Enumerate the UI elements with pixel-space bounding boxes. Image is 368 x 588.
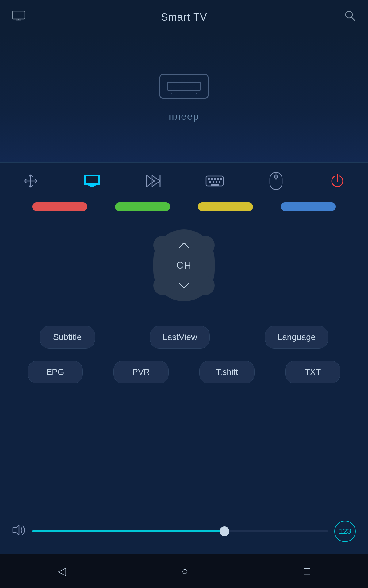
power-icon[interactable] — [328, 172, 347, 190]
recents-button[interactable]: □ — [304, 565, 310, 578]
svg-rect-0 — [13, 11, 25, 19]
bottom-nav: ◁ ○ □ — [0, 554, 368, 588]
volume-value: 123 — [339, 527, 351, 536]
yellow-button[interactable] — [198, 202, 253, 211]
channel-down-button[interactable] — [153, 276, 215, 295]
page-title: Smart TV — [161, 11, 207, 23]
epg-button[interactable]: EPG — [28, 361, 83, 383]
svg-rect-23 — [219, 181, 220, 183]
svg-rect-20 — [209, 181, 211, 183]
skip-icon[interactable] — [144, 172, 163, 190]
hdmi-icon — [159, 74, 209, 99]
svg-rect-17 — [214, 178, 216, 180]
tv-screen-icon[interactable] — [12, 10, 25, 23]
volume-row: 123 — [12, 521, 356, 542]
volume-badge[interactable]: 123 — [334, 521, 356, 542]
pvr-button[interactable]: PVR — [113, 361, 169, 383]
svg-rect-10 — [88, 185, 96, 186]
device-label: плеер — [169, 111, 199, 122]
channel-control: CH — [153, 229, 215, 301]
channel-label: CH — [176, 255, 192, 276]
svg-rect-15 — [208, 178, 210, 180]
volume-thumb[interactable] — [220, 526, 229, 536]
svg-marker-12 — [152, 175, 160, 187]
volume-icon — [12, 525, 26, 538]
home-button[interactable]: ○ — [182, 565, 188, 578]
lastview-button[interactable]: LastView — [150, 326, 210, 349]
txt-button[interactable]: TXT — [285, 361, 340, 383]
mouse-icon[interactable] — [267, 172, 285, 190]
back-button[interactable]: ◁ — [58, 565, 66, 578]
language-button[interactable]: Language — [265, 326, 328, 349]
svg-rect-8 — [86, 176, 98, 183]
svg-rect-24 — [211, 184, 219, 186]
subtitle-button[interactable]: Subtitle — [40, 326, 95, 349]
move-icon[interactable] — [21, 172, 40, 190]
channel-up-button[interactable] — [153, 236, 215, 255]
svg-rect-18 — [217, 178, 219, 180]
svg-rect-16 — [211, 178, 213, 180]
keyboard-icon[interactable] — [205, 172, 224, 190]
volume-fill — [32, 530, 224, 532]
svg-line-4 — [351, 17, 355, 21]
function-row-2: EPG PVR T.shift TXT — [12, 361, 356, 383]
svg-marker-11 — [147, 175, 155, 187]
svg-rect-22 — [216, 181, 217, 183]
blue-button[interactable] — [281, 202, 336, 211]
svg-marker-29 — [13, 525, 19, 535]
function-row-1: Subtitle LastView Language — [12, 326, 356, 349]
red-button[interactable] — [32, 202, 87, 211]
svg-rect-21 — [213, 181, 214, 183]
svg-rect-19 — [220, 178, 222, 180]
tv-icon[interactable] — [83, 172, 101, 190]
search-icon[interactable] — [344, 10, 356, 24]
device-area: плеер — [0, 34, 368, 162]
remote-panel: CH Subtitle LastView Language EPG PVR T.… — [0, 162, 368, 554]
green-button[interactable] — [115, 202, 170, 211]
volume-slider[interactable] — [32, 530, 328, 532]
topbar: Smart TV — [0, 0, 368, 34]
tshift-button[interactable]: T.shift — [199, 361, 255, 383]
color-buttons-row — [12, 202, 356, 211]
icon-row — [12, 172, 356, 190]
